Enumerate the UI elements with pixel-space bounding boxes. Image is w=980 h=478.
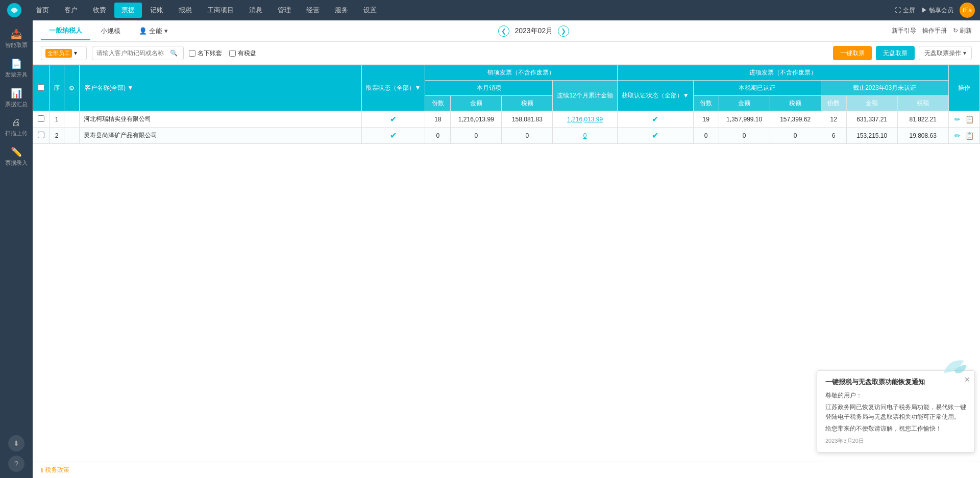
row-sales-amount: 1,216,013.99 <box>451 111 502 128</box>
row-p-deadline-amount: 153,215.10 <box>846 128 897 144</box>
detail-icon[interactable]: 📋 <box>965 115 974 123</box>
th-action: 操作 <box>948 65 979 111</box>
edit-icon[interactable]: ✏ <box>954 132 961 140</box>
row-p-deadline-count: 6 <box>821 128 846 144</box>
row-p-deadline-tax: 19,808.63 <box>897 128 948 144</box>
edit-icon[interactable]: ✏ <box>954 115 961 123</box>
row-sales-cumulative[interactable]: 1,216,013.99 <box>553 111 617 128</box>
sidebar: 📥 智能取票 📄 发票开具 📊 票据汇总 🖨 扫描上传 ✏️ 票据录入 ⬇ ? <box>0 20 33 478</box>
staff-selector[interactable]: 全部员工 ▾ <box>41 46 87 60</box>
checkbox-my-account[interactable]: 名下账套 <box>189 49 222 58</box>
toolbar: 全部员工 ▾ 🔍 名下账套 有税盘 一键取票 无盘取票 <box>33 42 980 65</box>
one-click-fetch-btn[interactable]: 一键取票 <box>833 46 872 60</box>
row-no: 2 <box>50 128 64 144</box>
th-sales-count: 份数 <box>425 96 451 111</box>
th-sales-month-group: 本月销项 <box>425 81 553 96</box>
nav-home[interactable]: 首页 <box>29 3 56 18</box>
next-month-btn[interactable]: ❯ <box>558 26 569 37</box>
checkbox-group: 名下账套 有税盘 <box>189 49 256 58</box>
checkbox-tax-disk-label: 有税盘 <box>238 49 256 58</box>
table-row: 2 灵寿县尚泽矿产品有限公司 ✔ 0 0 0 0 ✔ 0 0 0 6 153,2… <box>33 128 980 144</box>
bottom-bar: ℹ 税务政策 <box>33 462 980 478</box>
row-sales-tax: 0 <box>502 128 553 144</box>
nav-fee[interactable]: 收费 <box>86 3 113 18</box>
manual-btn[interactable]: 操作手册 <box>922 27 947 35</box>
nav-settings[interactable]: 设置 <box>356 3 384 18</box>
row-sales-amount: 0 <box>451 128 502 144</box>
sidebar-bottom-icon1[interactable]: ⬇ <box>8 435 24 451</box>
prev-month-btn[interactable]: ❮ <box>498 26 509 37</box>
sidebar-item-summary[interactable]: 📊 票据汇总 <box>2 84 31 112</box>
nav-invoice[interactable]: 票据 <box>114 3 142 18</box>
chevron-down-icon: ▾ <box>164 27 168 35</box>
sidebar-label-fetch: 智能取票 <box>4 41 29 49</box>
checkbox-my-account-input[interactable] <box>189 50 195 57</box>
checkbox-tax-disk-input[interactable] <box>229 50 236 57</box>
nav-operation[interactable]: 经营 <box>299 3 327 18</box>
fullscreen-btn[interactable]: ⛶ 全屏 <box>895 6 915 15</box>
tab-small-label: 小规模 <box>101 27 120 36</box>
notification-date: 2023年3月20日 <box>825 437 966 446</box>
th-sales-group: 销项发票（不含作废票） <box>425 65 617 81</box>
notification-apology: 给您带来的不便敬请谅解，祝您工作愉快！ <box>825 424 966 434</box>
select-all-checkbox[interactable] <box>38 84 44 91</box>
row-p-period-count: 0 <box>693 128 719 144</box>
checkbox-tax-disk[interactable]: 有税盘 <box>229 49 256 58</box>
sidebar-label-summary: 票据汇总 <box>4 100 29 108</box>
row-p-period-count: 19 <box>693 111 719 128</box>
nav-service[interactable]: 服务 <box>328 3 355 18</box>
month-nav: ❮ 2023年02月 ❯ <box>498 26 569 37</box>
sidebar-item-entry[interactable]: ✏️ 票据录入 <box>2 142 31 171</box>
notification-content: 江苏政务网已恢复访问电子税务局功能，易代账一键登陆电子税务局与无盘取票相关功能可… <box>825 402 966 422</box>
row-checkbox[interactable] <box>33 111 50 128</box>
nav-tax[interactable]: 报税 <box>172 3 199 18</box>
row-name: 河北柯瑞桔实业有限公司 <box>80 111 362 128</box>
invoice-table: 序 ⚙ 客户名称(全部) ▼ 取票状态（全部）▼ 销项发票（不含作废票） 进项发… <box>33 65 980 144</box>
toolbar-right: 一键取票 无盘取票 无盘取票操作 ▾ <box>833 46 972 60</box>
nodisk-fetch-btn[interactable]: 无盘取票 <box>876 46 915 60</box>
row-no: 1 <box>50 111 64 128</box>
th-sales-amount: 金额 <box>451 96 502 111</box>
row-actions: ✏ 📋 <box>948 111 979 128</box>
detail-icon[interactable]: 📋 <box>965 132 974 140</box>
issue-icon: 📄 <box>4 58 29 69</box>
nodisk-ops-btn[interactable]: 无盘取票操作 ▾ <box>919 46 972 60</box>
th-cert-status: 获取认证状态（全部）▼ <box>617 81 693 111</box>
tab-small[interactable]: 小规模 <box>92 22 129 40</box>
nav-bookkeeping[interactable]: 记账 <box>143 3 170 18</box>
row-sales-cumulative[interactable]: 0 <box>553 128 617 144</box>
row-checkbox[interactable] <box>33 128 50 144</box>
summary-icon: 📊 <box>4 88 29 99</box>
th-p-period-count: 份数 <box>693 96 719 111</box>
search-icon[interactable]: 🔍 <box>170 49 178 57</box>
info-icon: ℹ <box>41 467 43 474</box>
nav-client[interactable]: 客户 <box>57 3 85 18</box>
sidebar-item-issue[interactable]: 📄 发票开具 <box>2 54 31 83</box>
tab-all[interactable]: 👤 全能 ▾ <box>131 22 176 40</box>
current-month: 2023年02月 <box>514 27 553 36</box>
sidebar-item-scan[interactable]: 🖨 扫描上传 <box>2 113 31 141</box>
th-settings-icon[interactable]: ⚙ <box>64 65 80 111</box>
new-guide-btn[interactable]: 新手引导 <box>892 27 916 35</box>
sidebar-label-scan: 扫描上传 <box>4 130 29 137</box>
nav-business[interactable]: 工商项目 <box>200 3 241 18</box>
scan-icon: 🖨 <box>4 117 29 128</box>
row-sales-tax: 158,081.83 <box>502 111 553 128</box>
row-p-deadline-count: 12 <box>821 111 846 128</box>
nav-message[interactable]: 消息 <box>242 3 270 18</box>
tab-general[interactable]: 一般纳税人 <box>41 22 90 40</box>
tax-policy-link[interactable]: 税务政策 <box>45 466 69 474</box>
refresh-btn[interactable]: ↻ 刷新 <box>953 27 972 35</box>
tab-bar: 一般纳税人 小规模 👤 全能 ▾ ❮ 2023年02月 ❯ 新手引导 操作手册 <box>33 20 980 42</box>
user-avatar[interactable]: tEa <box>960 3 975 18</box>
search-input[interactable] <box>96 49 168 57</box>
th-fetch-status: 取票状态（全部）▼ <box>361 65 425 111</box>
sidebar-bottom-icon2[interactable]: ? <box>8 456 24 472</box>
chevron-down-icon: ▾ <box>74 49 77 57</box>
row-cert-status: ✔ <box>617 111 693 128</box>
row-fetch-status: ✔ <box>361 111 425 128</box>
vip-btn[interactable]: ▶ 畅享会员 <box>921 6 953 15</box>
th-checkbox <box>33 65 50 111</box>
nav-manage[interactable]: 管理 <box>271 3 298 18</box>
sidebar-item-fetch[interactable]: 📥 智能取票 <box>2 24 31 53</box>
